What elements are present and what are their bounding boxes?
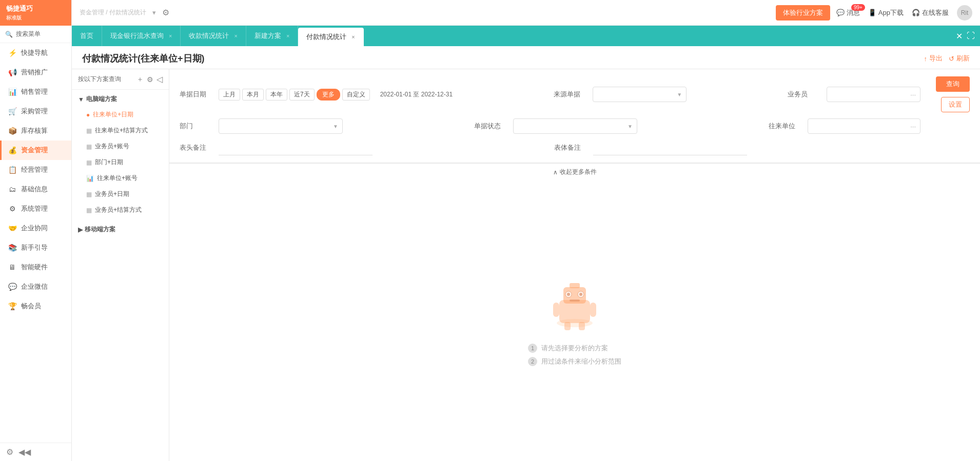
svg-rect-12 <box>570 283 580 288</box>
sidebar-item-quick-nav[interactable]: ⚡ 快捷导航 <box>0 43 71 63</box>
sidebar-item-operation[interactable]: 📋 经营管理 <box>0 160 71 179</box>
settings-btn[interactable]: 设置 <box>941 97 970 112</box>
scheme-item-salesman-account[interactable]: ▦ 业务员+账号 <box>72 138 169 154</box>
page-header: 付款情况统计(往来单位+日期) ↑ 导出 ↺ 刷新 <box>72 46 980 69</box>
service-icon: 🎧 <box>912 9 920 16</box>
purchase-icon: 🛒 <box>8 107 17 116</box>
tab-receipt-stats[interactable]: 收款情况统计 × <box>181 26 246 46</box>
sidebar-item-wechat[interactable]: 💬 企业微信 <box>0 277 71 296</box>
sidebar-item-guide[interactable]: 📚 新手引导 <box>0 238 71 257</box>
close-all-tabs-icon[interactable]: ✕ <box>956 31 963 41</box>
scheme-item-salesman-settle[interactable]: ▦ 业务员+结算方式 <box>72 202 169 218</box>
tab-payment-stats[interactable]: 付款情况统计 × <box>298 28 363 46</box>
scheme-item-salesman-date[interactable]: ▦ 业务员+日期 <box>72 186 169 202</box>
sidebar-item-label: 智能硬件 <box>21 263 48 272</box>
date-btn-custom[interactable]: 自定义 <box>342 89 370 101</box>
collapse-sidebar-icon[interactable]: ◀◀ <box>18 447 31 457</box>
scheme-item-dept-date[interactable]: ▦ 部门+日期 <box>72 154 169 170</box>
scheme-group-desktop: ▼ 电脑端方案 ● 往来单位+日期 ▦ 往来单位+结算方式 ▦ 业务员+账号 ▦ <box>72 90 169 220</box>
refresh-btn[interactable]: ↺ 刷新 <box>949 54 970 63</box>
search-icon: 🔍 <box>5 31 13 38</box>
topbar: 资金管理 / 付款情况统计 ▾ ⚙ 体验行业方案 💬 消息 99+ 📱 App下… <box>72 0 980 26</box>
sidebar-item-label: 企业微信 <box>21 282 48 291</box>
tab-bank-flow-close[interactable]: × <box>169 33 172 39</box>
body-note-label: 表体备注 <box>554 143 585 152</box>
tab-new-scheme-close[interactable]: × <box>286 33 289 39</box>
tab-bank-flow[interactable]: 现金银行流水查询 × <box>102 26 181 46</box>
tab-payment-close[interactable]: × <box>351 34 355 40</box>
settings-bottom-icon[interactable]: ⚙ <box>6 447 13 457</box>
scheme-item-partner-settle[interactable]: ▦ 往来单位+结算方式 <box>72 123 169 138</box>
app-download-btn[interactable]: 📱 App下载 <box>868 8 904 17</box>
tab-receipt-stats-label: 收款情况统计 <box>189 31 229 41</box>
scheme-item-partner-account[interactable]: 📊 往来单位+账号 <box>72 170 169 186</box>
scheme-item-partner-date[interactable]: ● 往来单位+日期 <box>72 107 169 123</box>
sidebar-item-system[interactable]: ⚙ 系统管理 <box>0 199 71 218</box>
logo-name: 畅捷通巧 <box>6 4 33 13</box>
header-note-input[interactable] <box>219 140 373 155</box>
scheme-group-desktop-header[interactable]: ▼ 电脑端方案 <box>72 92 169 107</box>
sidebar-item-coop[interactable]: 🤝 企业协同 <box>0 218 71 238</box>
topbar-gear-icon[interactable]: ⚙ <box>162 8 169 17</box>
trial-btn[interactable]: 体验行业方案 <box>776 5 830 21</box>
scheme-panel-title: 按以下方案查询 <box>78 75 133 84</box>
filter-form: 单据日期 上月 本月 本年 近7天 更多 自定义 2022-01-01 至 20… <box>169 69 980 163</box>
sidebar-item-inventory[interactable]: 📦 库存核算 <box>0 121 71 141</box>
collapse-filter-btn[interactable]: ∧ 收起更多条件 <box>169 163 980 181</box>
voucher-status-select[interactable]: ▼ <box>513 118 637 134</box>
scheme-group-mobile-header[interactable]: ▶ 移动端方案 <box>72 222 169 237</box>
sidebar-item-finance[interactable]: 💰 资金管理 <box>0 141 71 160</box>
date-btn-last-month[interactable]: 上月 <box>219 89 240 101</box>
sidebar-item-member[interactable]: 🏆 畅会员 <box>0 296 71 316</box>
search-menu[interactable]: 🔍 搜索菜单 <box>0 26 71 43</box>
scheme-collapse-icon[interactable]: ◁ <box>156 74 163 84</box>
sidebar-item-base[interactable]: 🗂 基础信息 <box>0 179 71 199</box>
partner-select[interactable]: ··· <box>808 118 920 134</box>
empty-hint-1: 1 请先选择要分析的方案 <box>528 344 621 353</box>
query-btn[interactable]: 查询 <box>936 76 970 92</box>
salesman-select[interactable]: ··· <box>827 87 920 102</box>
breadcrumb-text: 资金管理 / 付款情况统计 <box>80 8 146 17</box>
page-actions: ↑ 导出 ↺ 刷新 <box>924 54 970 63</box>
sidebar-item-hardware[interactable]: 🖥 智能硬件 <box>0 257 71 277</box>
dept-select[interactable]: ▼ <box>219 118 343 134</box>
tab-receipt-close[interactable]: × <box>234 33 237 39</box>
scheme-settings-icon[interactable]: ⚙ <box>147 75 153 84</box>
sidebar-item-purchase[interactable]: 🛒 采购管理 <box>0 102 71 121</box>
svg-point-5 <box>567 293 570 296</box>
date-btn-this-month[interactable]: 本月 <box>242 89 264 101</box>
sidebar: 畅捷通巧 标准版 🔍 搜索菜单 ⚡ 快捷导航 📢 营销推广 📊 销售管理 🛒 采… <box>0 0 72 461</box>
date-btn-last7d[interactable]: 近7天 <box>289 89 315 101</box>
topbar-chevron-icon[interactable]: ▾ <box>152 9 156 16</box>
sidebar-item-label: 库存核算 <box>21 126 48 135</box>
online-service-btn[interactable]: 🎧 在线客服 <box>912 8 949 17</box>
tabs-bar-right: ✕ ⛶ <box>951 26 980 46</box>
expand-tab-icon[interactable]: ⛶ <box>967 31 975 41</box>
app-icon: 📱 <box>868 9 876 16</box>
tab-payment-stats-label: 付款情况统计 <box>306 32 346 42</box>
date-btn-this-year[interactable]: 本年 <box>266 89 287 101</box>
scheme-group-mobile-label: 移动端方案 <box>85 225 115 234</box>
scheme-item-salesman-settle-label: 业务员+结算方式 <box>95 206 142 214</box>
tab-home[interactable]: 首页 <box>72 26 102 46</box>
collapse-chevron-icon: ∧ <box>553 169 558 176</box>
user-avatar[interactable]: Rit <box>957 5 972 21</box>
source-select[interactable]: ▼ <box>593 87 687 102</box>
sidebar-item-sales[interactable]: 📊 销售管理 <box>0 82 71 102</box>
message-btn[interactable]: 💬 消息 99+ <box>836 8 860 17</box>
hint-num-1: 1 <box>528 344 537 353</box>
inventory-icon: 📦 <box>8 126 17 135</box>
scheme-group-mobile-chevron-icon: ▶ <box>78 226 83 233</box>
empty-state: 1 请先选择要分析的方案 2 用过滤条件来缩小分析范围 <box>169 181 980 461</box>
body-note-input[interactable] <box>593 140 747 155</box>
export-btn[interactable]: ↑ 导出 <box>924 54 943 63</box>
empty-hint-1-text: 请先选择要分析的方案 <box>541 344 608 353</box>
partner-dots-icon[interactable]: ··· <box>910 123 916 130</box>
salesman-dots-icon[interactable]: ··· <box>910 91 916 98</box>
scheme-add-icon[interactable]: ＋ <box>136 75 144 84</box>
sidebar-item-marketing[interactable]: 📢 营销推广 <box>0 63 71 82</box>
tab-new-scheme[interactable]: 新建方案 × <box>246 26 298 46</box>
scheme-item-partner-account-icon: 📊 <box>86 175 94 182</box>
salesman-label: 业务员 <box>788 90 818 99</box>
date-btn-more[interactable]: 更多 <box>317 89 340 101</box>
